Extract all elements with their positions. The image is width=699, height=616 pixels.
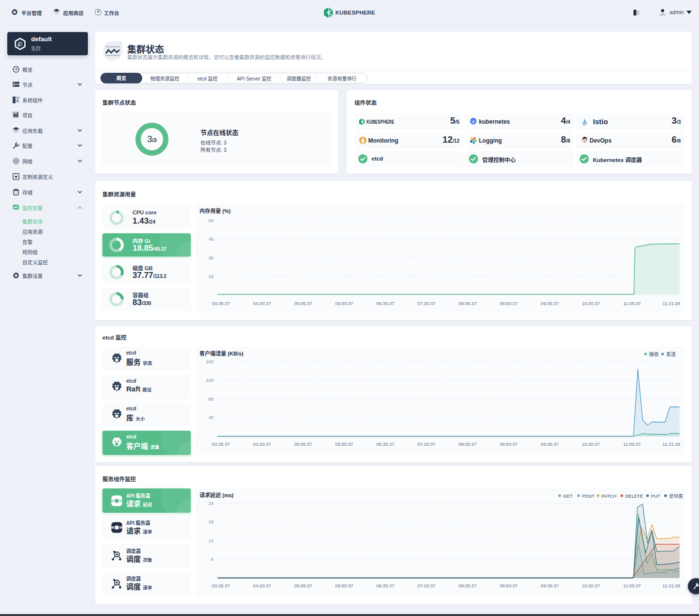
svg-text:60: 60	[208, 218, 214, 223]
svg-text:11:05:37: 11:05:37	[623, 301, 641, 306]
svg-text:06:35:37: 06:35:37	[376, 583, 394, 588]
svg-text:06:35:37: 06:35:37	[376, 441, 394, 447]
svg-text:内存用量 (%): 内存用量 (%)	[200, 208, 231, 214]
svg-text:24: 24	[208, 501, 214, 506]
svg-text:05:50:37: 05:50:37	[335, 441, 353, 447]
svg-text:08:50:37: 08:50:37	[499, 583, 517, 588]
svg-text:11:05:37: 11:05:37	[623, 441, 641, 447]
svg-text:40: 40	[208, 415, 214, 420]
svg-text:05:05:37: 05:05:37	[294, 583, 312, 588]
svg-text:03:35:37: 03:35:37	[212, 301, 230, 306]
svg-text:07:20:37: 07:20:37	[417, 441, 435, 447]
svg-text:05:50:37: 05:50:37	[335, 583, 353, 588]
svg-text:05:05:37: 05:05:37	[294, 441, 312, 447]
svg-text:6: 6	[211, 556, 214, 562]
svg-text:03:35:37: 03:35:37	[212, 583, 230, 588]
svg-text:08:05:37: 08:05:37	[459, 441, 477, 447]
svg-text:PATCH: PATCH	[601, 493, 616, 499]
svg-text:07:20:37: 07:20:37	[417, 301, 435, 306]
svg-text:11:31:28: 11:31:28	[663, 301, 680, 306]
svg-text:04:20:37: 04:20:37	[253, 301, 271, 306]
svg-text:120: 120	[206, 377, 214, 383]
svg-text:接收: 接收	[649, 351, 659, 357]
svg-text:07:20:37: 07:20:37	[417, 583, 435, 588]
svg-text:30: 30	[208, 255, 214, 260]
svg-text:08:50:37: 08:50:37	[499, 301, 517, 306]
svg-text:08:50:37: 08:50:37	[499, 441, 517, 447]
svg-text:18: 18	[208, 519, 214, 524]
svg-text:08:05:37: 08:05:37	[459, 583, 477, 588]
svg-text:客户端流量 (KB/s): 客户端流量 (KB/s)	[200, 350, 244, 357]
svg-text:09:35:37: 09:35:37	[541, 441, 559, 447]
svg-text:POST: POST	[582, 493, 595, 499]
svg-text:总均值: 总均值	[669, 493, 683, 499]
svg-text:08:05:37: 08:05:37	[459, 301, 477, 306]
svg-text:10:20:37: 10:20:37	[582, 583, 600, 588]
svg-text:10:20:37: 10:20:37	[582, 441, 600, 447]
svg-text:12: 12	[208, 538, 214, 543]
svg-text:GET: GET	[563, 493, 573, 499]
svg-text:11:31:28: 11:31:28	[663, 441, 680, 447]
svg-text:11:05:37: 11:05:37	[623, 583, 641, 588]
svg-text:请求延迟 (ms): 请求延迟 (ms)	[200, 492, 234, 498]
svg-text:04:20:37: 04:20:37	[253, 441, 271, 447]
svg-text:45: 45	[208, 236, 214, 242]
svg-text:160: 160	[206, 359, 214, 364]
svg-text:06:35:37: 06:35:37	[376, 301, 394, 306]
svg-text:04:20:37: 04:20:37	[253, 583, 271, 588]
svg-text:09:35:37: 09:35:37	[541, 583, 559, 588]
svg-text:15: 15	[208, 274, 214, 279]
svg-text:09:35:37: 09:35:37	[541, 301, 559, 306]
svg-text:10:20:37: 10:20:37	[582, 301, 600, 306]
svg-text:DELETE: DELETE	[625, 493, 643, 499]
svg-text:05:05:37: 05:05:37	[294, 301, 312, 306]
svg-text:03:35:37: 03:35:37	[212, 441, 230, 447]
svg-text:05:50:37: 05:50:37	[335, 301, 353, 306]
svg-text:PUT: PUT	[651, 493, 660, 499]
svg-text:80: 80	[208, 396, 214, 402]
svg-text:11:31:28: 11:31:28	[663, 583, 680, 588]
svg-text:发送: 发送	[666, 351, 676, 357]
